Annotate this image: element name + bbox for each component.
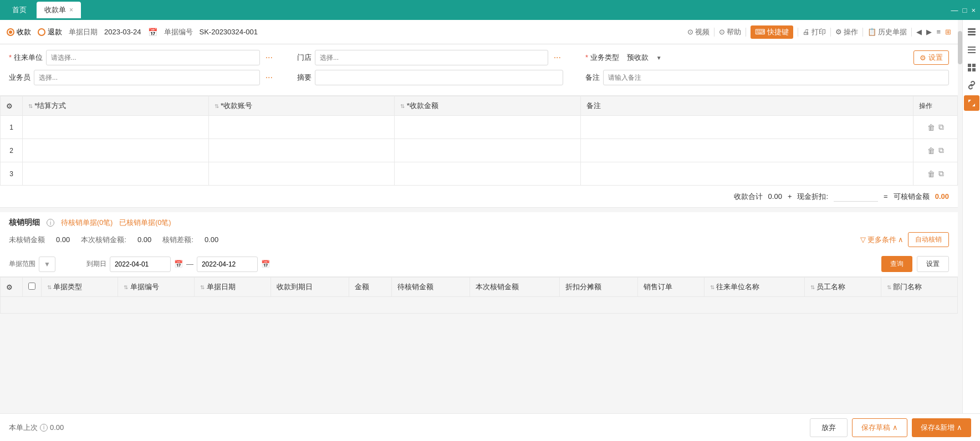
unchecked-value: 0.00 xyxy=(56,235,70,244)
remark-col-header: 备注 xyxy=(581,96,913,116)
close-btn[interactable]: × xyxy=(971,6,976,14)
verify-info-icon[interactable]: i xyxy=(47,219,54,227)
operation-btn[interactable]: ⚙ 操作 xyxy=(835,27,858,37)
business-type-field: 业务类型 预收款 ▼ ⚙ 设置 xyxy=(585,50,949,65)
toolbar-right: ⊙ 视频 ⊙ 帮助 ⌨ 快捷键 🖨 打印 ⚙ 操作 xyxy=(687,25,951,39)
diff-label: 核销差额: xyxy=(162,235,193,245)
radio-receive[interactable]: 收款 xyxy=(7,27,31,37)
bottom-info-icon[interactable]: i xyxy=(40,424,48,432)
delete-icon-1[interactable]: 🗑 xyxy=(927,123,935,132)
nav-right-btn[interactable]: ▶ xyxy=(926,28,932,36)
sort-icon-settlement[interactable]: ⇅ xyxy=(28,103,33,109)
bottom-info-label: 本单上次 xyxy=(9,423,38,433)
done-tab[interactable]: 已核销单据(0笔) xyxy=(119,218,171,228)
auto-verify-btn[interactable]: 自动核销 xyxy=(908,232,949,247)
business-type-arrow[interactable]: ▼ xyxy=(656,55,662,61)
stats-right: ▽ 更多条件 ∧ 自动核销 xyxy=(860,232,949,247)
tab-close-icon[interactable]: × xyxy=(69,6,73,14)
calendar-to-icon[interactable]: 📅 xyxy=(261,260,270,268)
settlement-cell-1[interactable] xyxy=(23,116,209,139)
discount-input[interactable] xyxy=(834,191,878,202)
history-btn[interactable]: 📋 历史单据 xyxy=(867,27,907,37)
detail-checkbox-col[interactable] xyxy=(23,278,42,297)
amount-cell-2[interactable] xyxy=(395,139,581,162)
save-button[interactable]: 保存&新增 ∧ xyxy=(912,418,971,437)
sidebar-expand-icon[interactable] xyxy=(964,95,979,111)
calendar-from-icon[interactable]: 📅 xyxy=(174,260,183,268)
scrollbar-thumb[interactable] xyxy=(958,31,962,64)
settings-btn2[interactable]: 设置 xyxy=(917,256,949,272)
sidebar-list-icon[interactable] xyxy=(964,42,979,58)
sort-dept-icon[interactable]: ⇅ xyxy=(887,284,891,290)
delete-icon-2[interactable]: 🗑 xyxy=(927,146,935,155)
radio-refund[interactable]: 退款 xyxy=(38,27,62,37)
account-cell-3[interactable] xyxy=(208,162,395,186)
range-label: 单据范围 xyxy=(9,259,35,269)
sidebar-table-icon[interactable] xyxy=(964,24,979,40)
store-more-btn[interactable]: ··· xyxy=(552,53,563,63)
summary-input[interactable] xyxy=(315,70,563,85)
settings-button[interactable]: ⚙ 设置 xyxy=(913,50,949,65)
amount-cell-1[interactable] xyxy=(395,116,581,139)
divider5 xyxy=(862,28,863,37)
select-all-checkbox[interactable] xyxy=(28,283,35,290)
counter-party-input[interactable] xyxy=(46,50,260,65)
radio-refund-dot xyxy=(38,28,45,36)
shortcut-btn[interactable]: ⌨ 快捷键 xyxy=(751,25,793,39)
account-cell-1[interactable] xyxy=(208,116,395,139)
detail-due-col: 收款到期日 xyxy=(271,278,349,297)
video-btn[interactable]: ⊙ 视频 xyxy=(687,27,710,37)
detail-table-area: ⚙ ⇅ 单据类型 ⇅ 单据编号 ⇅ 单据日期 xyxy=(0,277,958,314)
delete-icon-3[interactable]: 🗑 xyxy=(927,170,935,178)
sort-date-icon[interactable]: ⇅ xyxy=(200,284,205,290)
help-btn[interactable]: ⊙ 帮助 xyxy=(719,27,741,37)
account-cell-2[interactable] xyxy=(208,139,395,162)
svg-rect-9 xyxy=(972,68,976,71)
remark-cell-1[interactable] xyxy=(581,116,913,139)
settlement-cell-2[interactable] xyxy=(23,139,209,162)
date-from-input[interactable] xyxy=(110,257,171,272)
pending-tab[interactable]: 待核销单据(0笔) xyxy=(61,218,113,228)
remark-cell-3[interactable] xyxy=(581,162,913,186)
copy-icon-2[interactable]: ⧉ xyxy=(938,146,944,155)
nav-left-btn[interactable]: ◀ xyxy=(916,28,922,36)
sort-icon-amount[interactable]: ⇅ xyxy=(400,103,405,109)
calendar-icon[interactable]: 📅 xyxy=(148,28,157,37)
settlement-cell-3[interactable] xyxy=(23,162,209,186)
tab-home[interactable]: 首页 xyxy=(4,2,34,18)
remark-input[interactable] xyxy=(603,70,949,85)
counter-party-more-btn[interactable]: ··· xyxy=(263,53,275,63)
maximize-btn[interactable]: □ xyxy=(963,6,967,14)
sort-icon-account[interactable]: ⇅ xyxy=(215,103,219,109)
detail-settings-col[interactable]: ⚙ xyxy=(1,278,23,297)
draft-button[interactable]: 保存草稿 ∧ xyxy=(852,418,907,437)
copy-icon-3[interactable]: ⧉ xyxy=(938,169,944,178)
tab-active[interactable]: 收款单 × xyxy=(37,2,81,18)
staff-input[interactable] xyxy=(34,70,260,85)
date-to-input[interactable] xyxy=(197,257,258,272)
list-view-btn[interactable]: ≡ xyxy=(936,28,941,36)
more-conditions-btn[interactable]: ▽ 更多条件 ∧ xyxy=(860,235,904,245)
store-input[interactable] xyxy=(315,50,548,65)
sidebar-link-icon[interactable] xyxy=(964,78,979,93)
grid-view-btn[interactable]: ⊞ xyxy=(945,28,951,36)
sort-number-icon[interactable]: ⇅ xyxy=(124,284,128,290)
sort-counterparty-icon[interactable]: ⇅ xyxy=(710,284,714,290)
minimize-btn[interactable]: — xyxy=(951,6,958,14)
range-select[interactable]: ▼ xyxy=(39,257,55,272)
copy-icon-1[interactable]: ⧉ xyxy=(938,122,944,132)
counter-party-field: 往来单位 ··· xyxy=(9,50,275,65)
staff-more-btn[interactable]: ··· xyxy=(263,73,275,83)
business-type-label: 业务类型 xyxy=(585,53,619,63)
abandon-button[interactable]: 放弃 xyxy=(810,418,848,437)
bottom-info-value: 0.00 xyxy=(50,423,64,432)
amount-cell-3[interactable] xyxy=(395,162,581,186)
settings-col-header[interactable]: ⚙ xyxy=(1,96,23,116)
scrollbar[interactable] xyxy=(958,20,962,413)
print-btn[interactable]: 🖨 打印 xyxy=(803,27,826,37)
sort-staff-icon[interactable]: ⇅ xyxy=(810,284,815,290)
sidebar-grid-icon[interactable] xyxy=(964,60,979,75)
remark-cell-2[interactable] xyxy=(581,139,913,162)
sort-type-icon[interactable]: ⇅ xyxy=(47,284,52,290)
query-btn[interactable]: 查询 xyxy=(881,256,912,272)
